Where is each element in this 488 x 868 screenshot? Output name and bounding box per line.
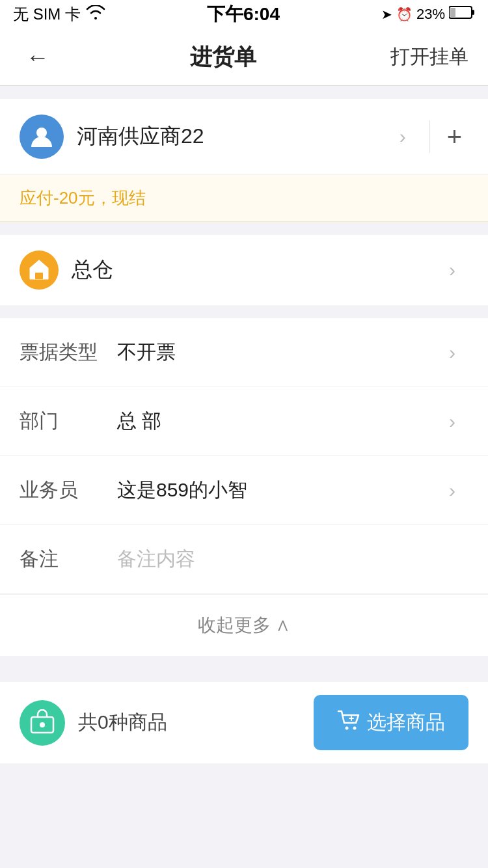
remark-row[interactable]: 备注 备注内容 [0,525,488,594]
location-icon: ➤ [381,7,392,22]
time-display: 下午6:04 [207,2,280,27]
status-bar: 无 SIM 卡 下午6:04 ➤ ⏰ 23% [0,0,488,29]
supplier-row[interactable]: 河南供应商22 › + [0,99,488,175]
section-gap-2 [0,222,488,235]
page-title: 进货单 [190,42,256,72]
svg-rect-2 [450,8,455,17]
product-count: 共0种商品 [78,709,314,736]
svg-point-6 [40,722,45,727]
section-gap-4 [0,656,488,669]
salesperson-chevron-icon: › [449,480,455,502]
svg-point-7 [346,727,349,730]
svg-rect-4 [35,273,43,279]
salesperson-row[interactable]: 业务员 这是859的小智 › [0,456,488,525]
product-icon [20,700,65,746]
collapse-button[interactable]: 收起更多 ∧ [0,594,488,656]
salesperson-label: 业务员 [20,477,111,504]
warehouse-card[interactable]: 总仓 › [0,235,488,305]
divider [429,120,430,153]
warehouse-name: 总仓 [72,256,449,284]
remark-label: 备注 [20,546,111,573]
salesperson-value: 这是859的小智 [111,477,449,504]
warehouse-chevron-icon: › [449,259,455,281]
remark-input[interactable]: 备注内容 [111,546,468,573]
form-section: 票据类型 不开票 › 部门 总 部 › 业务员 这是859的小智 › 备注 备注… [0,318,488,656]
section-gap-3 [0,305,488,318]
cart-icon [337,710,360,735]
supplier-name: 河南供应商22 [77,122,400,151]
notice-bar: 应付-20元，现结 [0,175,488,222]
select-product-label: 选择商品 [367,709,445,736]
alarm-icon: ⏰ [396,7,413,22]
dept-label: 部门 [20,408,111,435]
status-right: ➤ ⏰ 23% [381,5,475,23]
svg-point-3 [36,128,47,138]
section-gap-1 [0,86,488,99]
svg-rect-1 [472,10,474,15]
battery-icon [449,5,475,23]
select-product-button[interactable]: 选择商品 [314,695,468,750]
dept-row[interactable]: 部门 总 部 › [0,387,488,456]
dept-chevron-icon: › [449,411,455,433]
invoice-value: 不开票 [111,339,449,366]
sim-text: 无 SIM 卡 [13,4,81,25]
open-pending-btn[interactable]: 打开挂单 [390,44,468,70]
invoice-type-row[interactable]: 票据类型 不开票 › [0,318,488,387]
nav-bar: ← 进货单 打开挂单 [0,29,488,86]
warehouse-row[interactable]: 总仓 › [0,235,488,305]
supplier-avatar [20,115,64,159]
supplier-chevron-icon: › [400,126,406,148]
dept-value: 总 部 [111,408,449,435]
battery-text: 23% [416,6,445,23]
wifi-icon [86,5,105,23]
add-supplier-button[interactable]: + [441,122,468,152]
status-left: 无 SIM 卡 [13,4,105,25]
back-button[interactable]: ← [20,37,56,77]
warehouse-icon [20,251,59,290]
invoice-chevron-icon: › [449,342,455,364]
invoice-label: 票据类型 [20,339,111,366]
bottom-section: 共0种商品 选择商品 [0,682,488,763]
supplier-card: 河南供应商22 › + 应付-20元，现结 [0,99,488,222]
svg-point-8 [353,727,357,730]
